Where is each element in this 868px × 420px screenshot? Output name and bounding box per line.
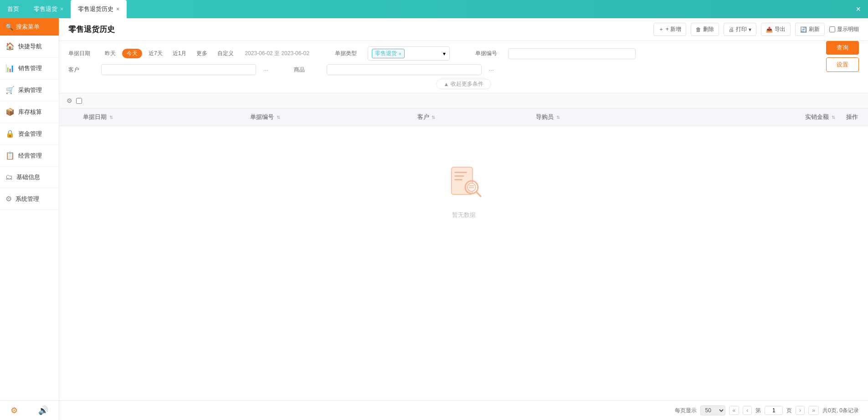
customer-ellipsis[interactable]: ··· (263, 67, 268, 73)
date-opt-today[interactable]: 今天 (122, 49, 142, 58)
sidebar-item-inventory[interactable]: 📦 库存核算 (0, 101, 59, 123)
layout: 🔍 搜索菜单 🏠 快捷导航 📊 销售管理 🛒 采购管理 📦 库存核算 🔒 资金管… (0, 18, 868, 420)
customer-filter-input[interactable] (101, 64, 256, 75)
svg-point-5 (467, 183, 476, 191)
last-page-btn[interactable]: » (808, 406, 819, 415)
tab-home[interactable]: 首页 (0, 0, 26, 18)
type-filter-label: 单据类型 (335, 50, 360, 57)
filter-area: 单据日期 昨天 今天 近7天 近1月 更多 自定义 2023-06-02 至 2… (59, 41, 868, 93)
export-button[interactable]: 📤 导出 (761, 23, 791, 36)
data-table: 单据日期 ⇅ 单据编号 ⇅ 客户 ⇅ 导购员 ⇅ (59, 108, 868, 126)
th-date[interactable]: 单据日期 ⇅ (77, 108, 245, 126)
tab-retail-return[interactable]: 零售退货 × (26, 0, 71, 18)
svg-line-6 (477, 192, 481, 196)
page-end-label: 页 (786, 407, 792, 415)
svg-rect-1 (454, 172, 467, 173)
date-range-display: 2023-06-02 至 2023-06-02 (245, 50, 309, 57)
customer-filter-label: 客户 (68, 66, 94, 74)
filter-row-2: 客户 ··· 商品 ··· (68, 64, 859, 75)
inventory-icon: 📦 (5, 108, 15, 116)
finance-icon: 🔒 (5, 129, 15, 138)
sidebar-item-sales[interactable]: 📊 销售管理 (0, 57, 59, 79)
collapse-button[interactable]: ▲ 收起更多条件 (436, 79, 492, 89)
tab-retail-return-history-close[interactable]: × (116, 6, 119, 12)
settings-table-icon[interactable]: ⚙ (67, 97, 72, 104)
type-filter-tag: 零售退货 × (372, 49, 405, 58)
th-number[interactable]: 单据编号 ⇅ (245, 108, 412, 126)
filter-row-1: 单据日期 昨天 今天 近7天 近1月 更多 自定义 2023-06-02 至 2… (68, 46, 859, 61)
tab-retail-return-close[interactable]: × (60, 6, 63, 12)
type-dropdown-icon: ▾ (443, 51, 446, 57)
delete-button[interactable]: 🗑 删除 (691, 23, 719, 36)
type-tag-close[interactable]: × (399, 51, 401, 56)
show-detail-checkbox-label[interactable]: 显示明细 (829, 26, 859, 33)
sidebar-item-purchase[interactable]: 🛒 采购管理 (0, 79, 59, 101)
sort-number-icon: ⇅ (277, 115, 280, 120)
sidebar-item-basic-info[interactable]: 🗂 基础信息 (0, 167, 59, 188)
filter-date-options: 昨天 今天 近7天 近1月 更多 自定义 (101, 49, 237, 58)
main-content: 零售退货历史 ＋ + 新增 🗑 删除 🖨 打印 ▾ 📤 导出 (59, 18, 868, 420)
th-amount[interactable]: 实销金额 ⇅ (673, 108, 841, 126)
new-button[interactable]: ＋ + 新增 (653, 23, 686, 36)
sidebar-item-quick-nav[interactable]: 🏠 快捷导航 (0, 36, 59, 57)
collapse-bar: ▲ 收起更多条件 (68, 79, 859, 89)
query-button[interactable]: 查询 (826, 41, 859, 55)
prev-page-btn[interactable]: ‹ (743, 406, 752, 415)
tab-retail-return-history[interactable]: 零售退货历史 × (71, 0, 127, 18)
svg-rect-3 (454, 179, 462, 180)
th-guide[interactable]: 导购员 ⇅ (530, 108, 673, 126)
sales-icon: 📊 (5, 64, 15, 72)
sidebar-item-system[interactable]: ⚙ 系统管理 (0, 188, 59, 210)
refresh-button[interactable]: 🔄 刷新 (795, 23, 825, 36)
sidebar-bottom: ⚙ 🔊 (0, 400, 59, 420)
total-info: 共0页, 0条记录 (822, 407, 859, 415)
table-area: ⚙ 单据日期 ⇅ 单据编号 ⇅ (59, 93, 868, 400)
date-opt-7days[interactable]: 近7天 (145, 49, 166, 58)
sidebar: 🔍 搜索菜单 🏠 快捷导航 📊 销售管理 🛒 采购管理 📦 库存核算 🔒 资金管… (0, 18, 59, 420)
number-filter-input[interactable] (508, 48, 636, 59)
first-page-btn[interactable]: « (729, 406, 740, 415)
purchase-icon: 🛒 (5, 86, 15, 94)
goods-filter-label: 商品 (294, 66, 319, 74)
home-icon: 🏠 (5, 42, 15, 51)
system-icon: ⚙ (5, 195, 12, 203)
date-opt-custom[interactable]: 自定义 (214, 49, 237, 58)
settings-bottom-icon[interactable]: ⚙ (10, 405, 18, 415)
refresh-icon: 🔄 (800, 26, 807, 33)
empty-icon (443, 163, 484, 204)
page-size-select[interactable]: 50 100 200 (700, 405, 725, 415)
sidebar-item-operation[interactable]: 📋 经营管理 (0, 145, 59, 167)
page-input[interactable] (765, 406, 783, 415)
speaker-icon[interactable]: 🔊 (38, 405, 48, 415)
print-dropdown-icon: ▾ (749, 26, 751, 33)
th-customer[interactable]: 客户 ⇅ (412, 108, 530, 126)
date-opt-1month[interactable]: 近1月 (169, 49, 190, 58)
page-title: 零售退货历史 (68, 24, 115, 35)
th-action: 操作 (841, 108, 868, 126)
goods-ellipsis[interactable]: ··· (489, 67, 494, 73)
print-button[interactable]: 🖨 打印 ▾ (724, 23, 756, 36)
date-opt-yesterday[interactable]: 昨天 (101, 49, 119, 58)
empty-text: 暂无数据 (452, 211, 476, 219)
select-all-checkbox[interactable] (76, 98, 82, 104)
header-actions: ＋ + 新增 🗑 删除 🖨 打印 ▾ 📤 导出 🔄 (653, 23, 859, 36)
sort-guide-icon: ⇅ (556, 115, 560, 120)
operation-icon: 📋 (5, 151, 15, 160)
next-page-btn[interactable]: › (796, 406, 805, 415)
show-detail-checkbox[interactable] (829, 26, 835, 32)
date-opt-more[interactable]: 更多 (193, 49, 211, 58)
plus-icon: ＋ (658, 26, 664, 33)
settings-button[interactable]: 设置 (826, 57, 859, 72)
sort-amount-icon: ⇅ (832, 115, 835, 120)
sidebar-item-finance[interactable]: 🔒 资金管理 (0, 123, 59, 145)
table-toolbar: ⚙ (59, 93, 868, 108)
type-filter-select[interactable]: 零售退货 × ▾ (368, 46, 450, 61)
query-settings-buttons: 查询 设置 (826, 41, 859, 72)
window-close-button[interactable]: × (848, 5, 868, 14)
th-checkbox (59, 108, 77, 126)
svg-rect-2 (454, 175, 464, 177)
export-icon: 📤 (766, 26, 773, 33)
goods-filter-input[interactable] (327, 64, 482, 75)
sidebar-search[interactable]: 🔍 搜索菜单 (0, 18, 59, 36)
page-label: 第 (755, 407, 761, 415)
